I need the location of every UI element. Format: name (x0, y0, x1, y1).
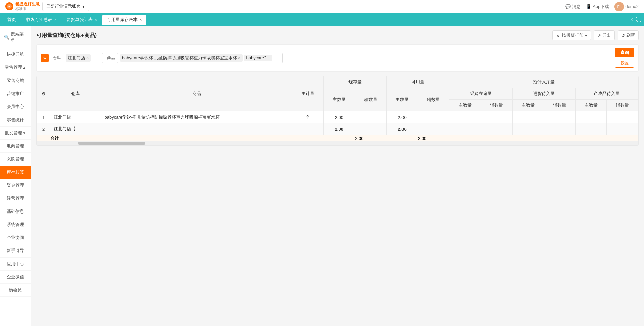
page-title: 可用量查询(按仓库+商品) (36, 32, 97, 39)
chevron-down-icon-print: ▾ (585, 33, 587, 38)
row-unit-2 (292, 123, 324, 135)
scrollbar-thumb[interactable] (78, 142, 145, 145)
row-num-1: 1 (37, 111, 50, 123)
tab-receipt-summary[interactable]: 收发存汇总表 × (21, 15, 61, 25)
th-finished-aux: 辅数量 (607, 100, 638, 111)
sidebar-item-app-center[interactable]: 应用中心 (0, 258, 31, 271)
th-main-unit: 主计量 (292, 76, 324, 111)
th-avail-aux-qty: 辅数量 (418, 88, 449, 111)
message-icon: 💬 (565, 4, 571, 9)
row-finished-main-2 (575, 123, 607, 135)
sidebar-item-marketing[interactable]: 营销推广 (0, 87, 31, 100)
brand-text: 畅捷通好生意 (15, 2, 40, 6)
filter-row: » 仓库 江北门店 × ... 商品 babycare (36, 44, 639, 72)
expand-btn[interactable]: ⛶ (636, 17, 641, 23)
warehouse-input[interactable]: 江北门店 × ... (63, 53, 103, 63)
sidebar-item-enterprise-wechat[interactable]: 企业微信 (0, 271, 31, 284)
tab-close-order[interactable]: × (95, 18, 97, 22)
filter-warehouse: 仓库 江北门店 × ... (53, 53, 103, 63)
product-dots[interactable]: ... (273, 55, 280, 60)
arrow-icon: ▲ (23, 66, 26, 69)
total-goods-aux (575, 135, 607, 141)
sidebar-item-member[interactable]: 畅会员 (0, 284, 31, 297)
sidebar-item-retail-stats[interactable]: 零售统计 (0, 113, 31, 127)
th-purchase-transit: 采购在途量 (449, 88, 513, 100)
sidebar-item-ecom-mgmt[interactable]: 电商管理 (0, 140, 31, 153)
sidebar-item-wholesale-mgmt[interactable]: 批发管理 ▼ (0, 127, 31, 140)
row-unit-1: 个 (292, 111, 324, 123)
row-avail-main-1: 2.00 (386, 111, 418, 123)
row-avail-main-2: 2.00 (386, 123, 418, 135)
tab-close-inventory[interactable]: × (140, 18, 142, 22)
row-goods-main-2 (512, 123, 544, 135)
sidebar-item-enterprise-collab[interactable]: 企业协同 (0, 231, 31, 244)
product-input[interactable]: babycare学饮杯 儿童防摔防撞吸管杯重力球吸嘴杯宝宝水杯 × babyca… (117, 53, 283, 63)
table-row: 1 江北门店 babycare学饮杯 儿童防摔防撞吸管杯重力球吸嘴杯宝宝水杯 个… (37, 111, 639, 123)
filter-actions: 查询 设置 (615, 48, 634, 68)
sidebar-item-sys-mgmt[interactable]: 系统管理 (0, 218, 31, 231)
available-inventory-label: 可用量库存账本 (107, 17, 138, 23)
th-finished-pending: 产成品待入量 (575, 88, 638, 100)
tab-home[interactable]: 首页 (3, 15, 21, 25)
horizontal-scrollbar[interactable] (37, 141, 638, 145)
product-tag1-close[interactable]: × (238, 55, 241, 60)
settings-btn[interactable]: 设置 (615, 59, 634, 68)
warehouse-dots[interactable]: ... (92, 55, 98, 60)
th-product: 商品 (101, 76, 292, 111)
top-bar-right: 💬 消息 📱 App下载 Ea demo2 (565, 2, 639, 11)
user-menu[interactable]: Ea demo2 (614, 2, 639, 11)
window-buttons: × ⛶ (630, 17, 641, 23)
th-current-main-qty: 主数量 (323, 88, 355, 111)
sidebar-item-ops-mgmt[interactable]: 经营管理 (0, 192, 31, 205)
warehouse-tag-close[interactable]: × (86, 55, 89, 60)
sidebar-item-retail-mall[interactable]: 零售商城 (0, 74, 31, 87)
row-purchase-main-2 (449, 123, 481, 135)
th-forecast-inbound: 预计入库量 (449, 76, 638, 88)
row-goods-aux-2 (544, 123, 575, 135)
th-finished-main: 主数量 (575, 100, 607, 111)
tab-order-stats[interactable]: 要货单统计表 × (62, 15, 101, 25)
search-menu-btn[interactable]: 🔍 搜索菜单 (3, 29, 28, 45)
page-container: 可用量查询(按仓库+商品) 🖨 按模板打印 ▾ ↗ 导出 ↺ 刷新 (31, 26, 644, 150)
close-all-btn[interactable]: × (630, 17, 633, 23)
sidebar-item-basic-info[interactable]: 基础信息 (0, 205, 31, 218)
content-area: 可用量查询(按仓库+商品) 🖨 按模板打印 ▾ ↗ 导出 ↺ 刷新 (31, 26, 644, 326)
th-current-aux-qty: 辅数量 (355, 88, 386, 111)
refresh-btn[interactable]: ↺ 刷新 (618, 30, 639, 40)
app-download-btn[interactable]: 📱 App下载 (586, 4, 609, 10)
industry-label: 母婴行业演示账套 (46, 3, 81, 9)
total-purchase-main (481, 135, 513, 141)
export-btn[interactable]: ↗ 导出 (594, 30, 615, 40)
total-current-main: 2.00 (355, 135, 386, 141)
row-product-1: babycare学饮杯 儿童防摔防撞吸管杯重力球吸嘴杯宝宝水杯 (101, 111, 292, 123)
th-warehouse: 仓库 (50, 76, 101, 111)
sidebar-item-member-center[interactable]: 会员中心 (0, 100, 31, 113)
query-btn[interactable]: 查询 (615, 48, 634, 57)
row-finished-aux-1 (607, 111, 638, 123)
total-purchase-aux (512, 135, 544, 141)
row-purchase-aux-2 (481, 123, 513, 135)
sidebar-item-purchase-mgmt[interactable]: 采购管理 (0, 153, 31, 166)
template-print-btn[interactable]: 🖨 按模板打印 ▾ (552, 30, 591, 40)
industry-select[interactable]: 母婴行业演示账套 ▾ (42, 2, 89, 11)
tab-close-receipt[interactable]: × (54, 18, 56, 22)
page-actions: 🖨 按模板打印 ▾ ↗ 导出 ↺ 刷新 (552, 30, 639, 40)
chevron-down-icon: ▾ (82, 4, 85, 9)
sidebar-item-quick-nav[interactable]: 快捷导航 (0, 48, 31, 61)
th-avail-main-qty: 主数量 (386, 88, 418, 111)
sidebar-item-new-guide[interactable]: 新手引导 (0, 244, 31, 258)
product-tag1: babycare学饮杯 儿童防摔防撞吸管杯重力球吸嘴杯宝宝水杯 × (120, 54, 243, 62)
sidebar-item-retail-mgmt[interactable]: 零售管理 ▲ (0, 61, 31, 74)
filter-expand-btn[interactable]: » (41, 54, 49, 62)
warehouse-tag: 江北门店 × (66, 54, 91, 62)
export-icon: ↗ (597, 33, 601, 38)
row-avail-aux-1 (418, 111, 449, 123)
tab-available-inventory[interactable]: 可用量库存账本 × (102, 15, 146, 25)
product-label: 商品 (107, 55, 115, 61)
sidebar-item-inventory[interactable]: 库存核算 (0, 166, 31, 179)
message-btn[interactable]: 💬 消息 (565, 4, 581, 10)
row-avail-aux-2 (418, 123, 449, 135)
order-stats-label: 要货单统计表 (66, 17, 93, 23)
sidebar-item-finance-mgmt[interactable]: 资金管理 (0, 179, 31, 192)
settings-icon[interactable]: ⚙ (42, 91, 46, 96)
